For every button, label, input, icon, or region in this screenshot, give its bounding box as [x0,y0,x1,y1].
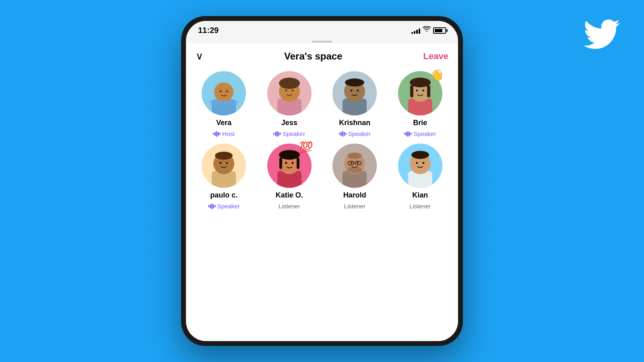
battery-icon [433,27,446,34]
paulo-mic-icon [208,203,216,210]
app-header: ∨ Vera's space Leave [186,43,458,67]
svg-point-45 [351,162,353,164]
avatar-wrapper-kian [398,144,442,188]
jess-mic-icon [273,131,281,137]
svg-point-9 [279,78,300,89]
svg-point-30 [220,162,222,164]
home-indicator-bar [312,41,332,43]
battery-fill [435,29,442,32]
krishnan-avatar-svg [332,71,377,115]
participant-krishnan[interactable]: Krishnan Speaker [323,71,386,137]
svg-point-31 [226,162,228,164]
svg-point-15 [345,78,364,86]
participant-jess[interactable]: Jess Speaker [258,71,321,137]
speakers-grid: Vera Host [192,71,452,137]
avatar-jess [267,71,312,115]
participant-paulo[interactable]: paulo c. Speaker [192,144,256,210]
brie-name: Brie [413,119,427,127]
krishnan-role-label: Speaker [348,130,371,137]
jess-name: Jess [281,119,297,127]
harold-role: Listener [344,203,365,210]
participant-katie[interactable]: 💯 Katie O. Listener [258,144,321,210]
app-content: ∨ Vera's space Leave [186,43,458,341]
participants-section: Vera Host [186,67,458,341]
svg-rect-36 [279,158,282,169]
signal-bar-1 [411,32,413,34]
svg-point-4 [226,90,228,93]
svg-point-53 [411,151,429,159]
avatar-paulo [202,144,246,188]
participant-kian[interactable]: Kian Listener [389,144,452,210]
vera-name: Vera [216,119,231,127]
phone-frame: 11:29 [181,16,463,346]
svg-rect-37 [297,158,299,169]
signal-bar-2 [414,31,415,34]
svg-rect-23 [427,85,430,97]
krishnan-role: Speaker [339,130,371,137]
avatar-wrapper-krishnan [332,71,377,115]
status-icons [411,26,446,35]
signal-bar-3 [416,30,418,34]
twitter-logo [584,16,620,58]
wifi-icon [423,26,431,35]
brie-wave-badge: 👋 [430,70,444,81]
paulo-role: Speaker [208,203,240,210]
svg-point-11 [291,90,293,92]
avatar-wrapper-katie: 💯 [267,144,312,188]
participant-harold[interactable]: Harold Listener [323,144,386,210]
svg-rect-22 [410,85,413,97]
harold-role-label: Listener [344,203,365,210]
vera-mic-icon [213,131,221,137]
status-bar: 11:29 [186,21,458,38]
svg-rect-5 [210,100,238,105]
avatar-wrapper-harold [332,144,377,188]
svg-point-38 [285,162,287,164]
katie-100-badge: 💯 [299,142,313,153]
status-time: 11:29 [198,26,219,35]
kian-role-label: Listener [409,203,431,210]
svg-point-25 [422,90,424,92]
paulo-role-label: Speaker [217,203,240,210]
avatar-wrapper-brie: 👋 [398,71,442,115]
brie-role-label: Speaker [413,130,436,137]
avatar-vera [202,71,246,115]
space-title: Vera's space [284,51,343,62]
katie-role-label: Listener [279,203,300,210]
svg-point-2 [214,82,233,102]
paulo-name: paulo c. [210,191,237,200]
listeners-grid: paulo c. Speaker [192,144,452,210]
phone-screen: 11:29 [186,21,458,341]
vera-role: Host [213,130,235,137]
svg-point-29 [215,152,233,160]
svg-point-3 [220,90,222,93]
jess-role-label: Speaker [283,130,305,137]
avatar-wrapper-paulo [202,144,246,188]
katie-role: Listener [279,203,300,210]
participant-vera[interactable]: Vera Host [192,71,256,137]
svg-point-46 [357,162,359,164]
vera-avatar-svg [202,71,246,115]
harold-name: Harold [343,191,366,200]
avatar-harold [332,144,377,188]
participant-brie[interactable]: 👋 Brie Speaker [389,71,452,137]
svg-point-16 [351,90,353,92]
jess-role: Speaker [273,130,305,137]
kian-name: Kian [412,191,428,200]
signal-strength-icon [411,27,420,34]
brie-mic-icon [404,131,412,137]
krishnan-name: Krishnan [339,119,370,127]
svg-point-54 [416,162,418,164]
krishnan-mic-icon [339,131,347,137]
home-indicator-top [186,38,458,43]
jess-avatar-svg [267,71,312,115]
paulo-avatar-svg [202,144,246,188]
avatar-wrapper-jess [267,71,312,115]
vera-role-label: Host [222,130,235,137]
back-button[interactable]: ∨ [196,50,203,62]
brie-role: Speaker [404,130,436,137]
kian-role: Listener [409,203,431,210]
harold-avatar-svg [332,144,377,188]
katie-name: Katie O. [276,191,303,200]
kian-avatar-svg [398,144,442,188]
leave-button[interactable]: Leave [423,51,448,62]
